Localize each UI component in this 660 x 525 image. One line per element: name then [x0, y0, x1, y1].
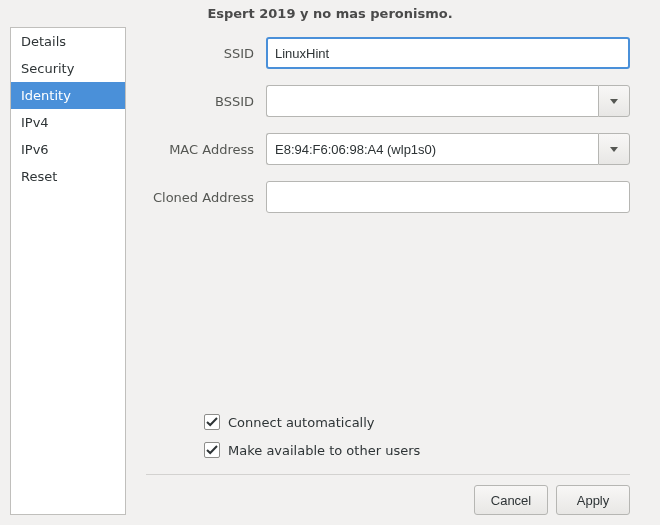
- content-area: Details Security Identity IPv4 IPv6 Rese…: [0, 27, 660, 525]
- sidebar: Details Security Identity IPv4 IPv6 Rese…: [10, 27, 126, 515]
- sidebar-item-label: Security: [21, 61, 74, 76]
- ssid-input[interactable]: [266, 37, 630, 69]
- mac-field-wrap: [266, 133, 630, 165]
- caret-down-icon: [610, 147, 618, 152]
- row-available-all: Make available to other users: [204, 442, 630, 458]
- bssid-combo: [266, 85, 630, 117]
- sidebar-item-label: Details: [21, 34, 66, 49]
- mac-combo: [266, 133, 630, 165]
- cancel-button[interactable]: Cancel: [474, 485, 548, 515]
- sidebar-item-ipv4[interactable]: IPv4: [11, 109, 125, 136]
- form: SSID BSSID: [146, 37, 630, 229]
- row-ssid: SSID: [146, 37, 630, 69]
- sidebar-item-reset[interactable]: Reset: [11, 163, 125, 190]
- cloned-field-wrap: [266, 181, 630, 213]
- connect-auto-label[interactable]: Connect automatically: [228, 415, 375, 430]
- mac-input[interactable]: [266, 133, 598, 165]
- sidebar-item-label: Identity: [21, 88, 71, 103]
- spacer: [146, 229, 630, 410]
- window-title: Espert 2019 y no mas peronismo.: [0, 0, 660, 27]
- settings-window: Espert 2019 y no mas peronismo. Details …: [0, 0, 660, 525]
- sidebar-item-security[interactable]: Security: [11, 55, 125, 82]
- check-icon: [206, 444, 218, 456]
- caret-down-icon: [610, 99, 618, 104]
- sidebar-item-identity[interactable]: Identity: [11, 82, 125, 109]
- apply-button[interactable]: Apply: [556, 485, 630, 515]
- bssid-input[interactable]: [266, 85, 598, 117]
- available-all-checkbox[interactable]: [204, 442, 220, 458]
- mac-dropdown-button[interactable]: [598, 133, 630, 165]
- sidebar-item-details[interactable]: Details: [11, 28, 125, 55]
- main-panel: SSID BSSID: [126, 27, 650, 515]
- sidebar-item-label: IPv6: [21, 142, 49, 157]
- check-icon: [206, 416, 218, 428]
- cloned-label: Cloned Address: [146, 190, 266, 205]
- sidebar-item-label: IPv4: [21, 115, 49, 130]
- row-bssid: BSSID: [146, 85, 630, 117]
- row-mac: MAC Address: [146, 133, 630, 165]
- sidebar-item-label: Reset: [21, 169, 57, 184]
- cloned-input[interactable]: [266, 181, 630, 213]
- ssid-label: SSID: [146, 46, 266, 61]
- bssid-field-wrap: [266, 85, 630, 117]
- mac-label: MAC Address: [146, 142, 266, 157]
- footer: Cancel Apply: [146, 474, 630, 515]
- bssid-label: BSSID: [146, 94, 266, 109]
- available-all-label[interactable]: Make available to other users: [228, 443, 420, 458]
- row-cloned: Cloned Address: [146, 181, 630, 213]
- sidebar-item-ipv6[interactable]: IPv6: [11, 136, 125, 163]
- bssid-dropdown-button[interactable]: [598, 85, 630, 117]
- row-connect-auto: Connect automatically: [204, 414, 630, 430]
- connect-auto-checkbox[interactable]: [204, 414, 220, 430]
- ssid-field-wrap: [266, 37, 630, 69]
